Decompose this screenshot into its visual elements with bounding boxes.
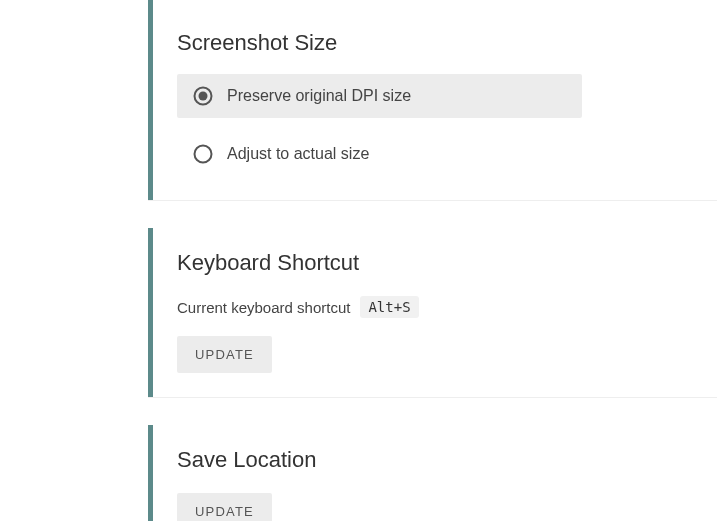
current-shortcut-value: Alt+S <box>360 296 418 318</box>
keyboard-shortcut-panel: Keyboard Shortcut Current keyboard short… <box>148 228 717 397</box>
update-location-button[interactable]: UPDATE <box>177 493 272 521</box>
save-location-title: Save Location <box>177 447 693 473</box>
save-location-panel: Save Location UPDATE <box>148 425 717 521</box>
current-shortcut-label: Current keyboard shortcut <box>177 299 350 316</box>
update-shortcut-button[interactable]: UPDATE <box>177 336 272 373</box>
radio-preserve-dpi[interactable]: Preserve original DPI size <box>177 74 582 118</box>
divider <box>148 397 717 425</box>
keyboard-shortcut-title: Keyboard Shortcut <box>177 250 693 276</box>
current-shortcut-row: Current keyboard shortcut Alt+S <box>177 296 693 318</box>
radio-label: Adjust to actual size <box>227 145 369 163</box>
radio-label: Preserve original DPI size <box>227 87 411 105</box>
radio-unselected-icon <box>193 144 213 164</box>
screenshot-size-radio-group: Preserve original DPI size Adjust to act… <box>177 74 693 176</box>
screenshot-size-panel: Screenshot Size Preserve original DPI si… <box>148 0 717 200</box>
svg-point-1 <box>199 92 208 101</box>
svg-point-2 <box>195 146 212 163</box>
divider <box>148 200 717 228</box>
radio-selected-icon <box>193 86 213 106</box>
screenshot-size-title: Screenshot Size <box>177 30 693 56</box>
radio-adjust-actual[interactable]: Adjust to actual size <box>177 132 582 176</box>
